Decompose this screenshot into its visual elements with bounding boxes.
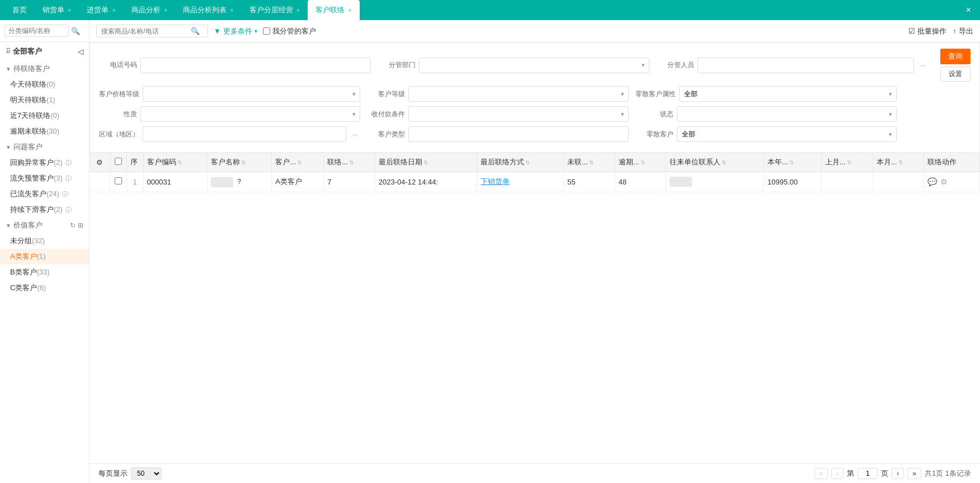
sidebar-item-declining[interactable]: 持续下滑客户(2) ⓘ [0,202,89,217]
sort-level-icon[interactable]: ⇅ [297,159,301,165]
my-customer-check[interactable] [263,27,270,35]
th-overdue[interactable]: 逾期... ⇅ [615,153,666,172]
export-button[interactable]: ↑ 导出 [953,26,974,36]
nav-sales-close[interactable]: × [68,7,71,13]
search-input[interactable] [101,27,191,35]
sidebar-item-overdue[interactable]: 逾期未联络(30) [0,124,89,139]
filter-person-input[interactable] [698,58,914,73]
search-icon[interactable]: 🔍 [191,27,200,35]
filter-region-input[interactable] [143,126,346,142]
filter-dept-select[interactable] [419,58,649,73]
page-size-select[interactable]: 10 20 50 100 [131,467,162,480]
sort-unit-icon[interactable]: ⇅ [722,159,726,165]
window-close-button[interactable]: × [962,5,976,15]
value-settings-icon[interactable]: ⊞ [78,221,83,229]
sidebar-item-unclassified[interactable]: 未分组(32) [0,233,89,249]
filter-region-dotdot[interactable]: ··· [350,130,360,139]
batch-op-button[interactable]: ☑ 批量操作 [908,26,946,36]
filter-row-3: 性质 收付款条件 状态 [99,106,970,122]
filter-cust-type-input[interactable] [408,126,628,142]
th-checkbox[interactable] [110,153,126,172]
filter-price-level-select[interactable] [143,86,360,102]
td-checkbox[interactable] [110,172,126,192]
row-checkbox[interactable] [115,177,122,184]
nav-segment-close[interactable]: × [296,7,300,13]
filter-payment-select[interactable] [408,106,628,122]
sort-not-contacted-icon[interactable]: ⇅ [589,159,593,165]
th-customer-code[interactable]: 客户编码 ⇅ [143,153,208,172]
sort-date-icon[interactable]: ⇅ [423,159,428,165]
filter-person-dotdot[interactable]: ··· [917,61,928,69]
nav-item-purchase[interactable]: 进货单 × [79,0,123,20]
th-not-contacted[interactable]: 未联... ⇅ [564,153,615,172]
sidebar-item-today[interactable]: 今天待联络(0) [0,77,89,92]
td-last-contact-method[interactable]: 下销货单 [477,172,564,192]
sort-year-icon[interactable]: ⇅ [789,159,794,165]
filter-nature-select[interactable] [140,106,360,122]
th-unit-contact[interactable]: 往来单位联系人 ⇅ [666,153,764,172]
search-box[interactable]: 🔍 [96,25,208,37]
sidebar-churn-warning-label: 流失预警客户 [10,174,54,182]
nav-product-list-close[interactable]: × [230,7,233,13]
sidebar-item-b-class[interactable]: B类客户(33) [0,264,89,280]
nav-item-sales[interactable]: 销货单 × [35,0,79,20]
next-page-button[interactable]: › [892,468,904,479]
sidebar-item-tomorrow[interactable]: 明天待联络(1) [0,92,89,108]
comment-icon[interactable]: 💬 [927,177,937,186]
sidebar-item-repurchase[interactable]: 回购异常客户(2) ⓘ [0,155,89,171]
my-customer-checkbox[interactable]: 我分管的客户 [263,26,316,36]
filter-status-select[interactable] [677,106,897,122]
settings-icon[interactable]: ⚙ [96,158,103,167]
sort-last-month-icon[interactable]: ⇅ [847,159,851,165]
page-input[interactable] [858,468,878,479]
th-this-month[interactable]: 本月... ⇅ [873,153,924,172]
th-last-contact-method[interactable]: 最后联络方式 ⇅ [477,153,564,172]
first-page-button[interactable]: « [814,468,828,479]
th-action: 联络动作 [924,153,980,172]
contact-method-link[interactable]: 下销货单 [480,177,510,186]
sidebar-today-label: 今天待联络 [10,80,46,88]
action-gear-icon[interactable]: ⚙ [940,177,948,186]
filter-cust-level-select[interactable] [408,86,628,102]
nav-item-product-analysis[interactable]: 商品分析 × [124,0,175,20]
value-refresh-icon[interactable]: ↻ [70,221,76,229]
sort-name-icon[interactable]: ⇅ [241,159,246,165]
filter-phone-input[interactable] [140,58,371,73]
th-customer-level[interactable]: 客户... ⇅ [272,153,324,172]
nav-contact-close[interactable]: × [348,7,351,13]
nav-item-customer-segment[interactable]: 客户分层经营 × [242,0,308,20]
nav-purchase-close[interactable]: × [112,7,115,13]
query-button[interactable]: 查询 [940,49,970,64]
nav-product-close[interactable]: × [164,7,167,13]
settings-button[interactable]: 设置 [940,67,970,82]
th-contact-count[interactable]: 联络... ⇅ [324,153,375,172]
sort-contact-icon[interactable]: ⇅ [349,159,354,165]
th-settings[interactable]: ⚙ [89,153,110,172]
sidebar-search-input[interactable] [4,25,69,37]
filter-retail-cust-select[interactable]: 全部 [677,126,897,142]
filter-more-button[interactable]: ▼ 更多条件 ▾ [214,26,257,36]
sort-this-month-icon[interactable]: ⇅ [898,159,903,165]
nav-item-customer-contact[interactable]: 客户联络 × [308,0,359,20]
sidebar-b-class-count: (33) [37,268,50,276]
th-last-month[interactable]: 上月... ⇅ [822,153,873,172]
sidebar-collapse-icon[interactable]: ◁ [78,48,83,56]
th-this-year[interactable]: 本年... ⇅ [764,153,822,172]
filter-retail-attr-select[interactable]: 全部 [679,86,897,102]
sidebar-item-7days[interactable]: 近7天待联络(0) [0,108,89,124]
sidebar-item-churned[interactable]: 已流失客户(24) ⓘ [0,186,89,202]
th-last-contact-date[interactable]: 最后联络日期 ⇅ [375,153,477,172]
sort-code-icon[interactable]: ⇅ [177,159,182,165]
prev-page-button[interactable]: ‹ [831,468,844,479]
nav-item-home[interactable]: 首页 [4,0,35,20]
nav-item-product-list[interactable]: 商品分析列表 × [175,0,241,20]
sidebar-search-icon[interactable]: 🔍 [71,27,80,35]
sort-method-icon[interactable]: ⇅ [525,159,530,165]
sidebar-item-a-class[interactable]: A类客户(1) [0,249,89,264]
sidebar-item-churn-warning[interactable]: 流失预警客户(3) ⓘ [0,171,89,186]
sidebar-item-c-class[interactable]: C类客户(6) [0,280,89,296]
last-page-button[interactable]: » [907,468,921,479]
select-all-checkbox[interactable] [115,158,122,165]
th-customer-name[interactable]: 客户名称 ⇅ [208,153,272,172]
sort-overdue-icon[interactable]: ⇅ [640,159,645,165]
